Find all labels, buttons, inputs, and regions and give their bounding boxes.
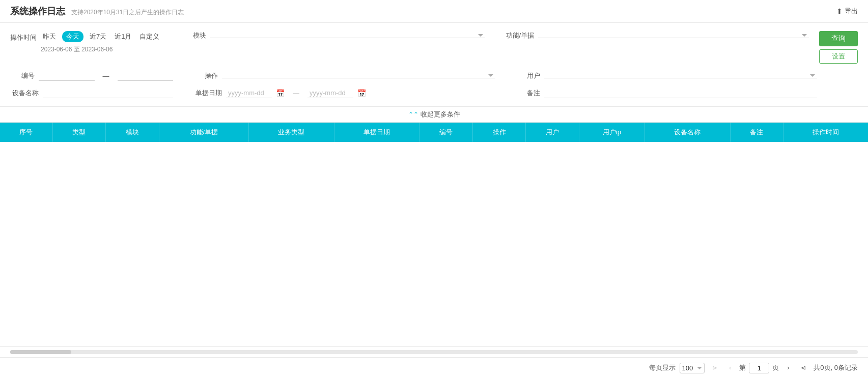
page-label: 第: [739, 363, 746, 372]
col-user: 用户: [526, 123, 579, 142]
page-next-button[interactable]: ›: [782, 362, 794, 374]
module-select[interactable]: [210, 33, 485, 38]
code-from-input[interactable]: [39, 71, 95, 81]
col-voucher-date: 单据日期: [334, 123, 419, 142]
empty-area: [0, 142, 868, 335]
collapse-bar[interactable]: ⌃⌃ 收起更多条件: [0, 107, 868, 123]
code-label: 编号: [10, 71, 35, 80]
calendar-to-icon[interactable]: 📅: [357, 89, 366, 97]
page-last-button[interactable]: ⊲: [797, 362, 809, 374]
time-option-today[interactable]: 今天: [62, 31, 83, 42]
operation-label: 操作: [193, 71, 218, 80]
time-label: 操作时间: [10, 33, 37, 42]
code-to-input[interactable]: [118, 71, 174, 81]
export-button[interactable]: ⬆ 导出: [836, 7, 858, 16]
function-chevron-icon: [802, 34, 807, 37]
page-prev-button[interactable]: ‹: [724, 362, 736, 374]
function-label: 功能/单据: [506, 31, 534, 40]
per-page-label: 每页显示: [649, 363, 676, 372]
calendar-from-icon[interactable]: 📅: [276, 89, 285, 97]
operation-chevron-icon: [488, 74, 493, 77]
col-operation: 操作: [472, 123, 525, 142]
user-chevron-icon: [810, 74, 815, 77]
operation-select[interactable]: [222, 73, 495, 78]
device-input[interactable]: [43, 88, 173, 98]
page-number-input[interactable]: 1: [749, 363, 769, 373]
col-device: 设备名称: [645, 123, 730, 142]
page-unit: 页: [772, 363, 779, 372]
export-icon: ⬆: [836, 7, 843, 15]
col-code: 编号: [419, 123, 472, 142]
per-page-select[interactable]: 100: [680, 363, 705, 373]
user-select[interactable]: [544, 73, 818, 78]
table-header-row: 序号 类型 模块 功能/单据 业务类型 单据日期 编号 操作 用户 用户ip 设…: [0, 123, 868, 142]
module-label: 模块: [182, 31, 206, 40]
col-op-time: 操作时间: [783, 123, 868, 142]
col-module: 模块: [106, 123, 159, 142]
col-user-ip: 用户ip: [579, 123, 645, 142]
col-remark: 备注: [730, 123, 783, 142]
user-label: 用户: [516, 71, 540, 80]
col-biz-type: 业务类型: [249, 123, 334, 142]
page-subtitle: 支持2020年10月31日之后产生的操作日志: [71, 8, 184, 17]
date-to-input[interactable]: [307, 88, 353, 98]
pagination-bar: 每页显示 100 ⊳ ‹ 第 1 页 › ⊲ 共0页, 0条记录: [0, 357, 868, 378]
scrollbar-thumb[interactable]: [10, 350, 71, 354]
col-function: 功能/单据: [159, 123, 248, 142]
device-label: 设备名称: [10, 89, 39, 98]
time-option-7days[interactable]: 近7天: [88, 31, 108, 42]
function-select[interactable]: [538, 33, 809, 38]
time-option-custom[interactable]: 自定义: [137, 31, 161, 42]
export-label: 导出: [845, 7, 858, 16]
per-page-value: 100: [682, 364, 693, 372]
collapse-label: 收起更多条件: [421, 110, 460, 119]
page-first-button[interactable]: ⊳: [709, 362, 721, 374]
module-chevron-icon: [478, 34, 483, 37]
query-button[interactable]: 查询: [819, 31, 858, 46]
page-title: 系统操作日志: [10, 5, 65, 17]
table-wrapper: 序号 类型 模块 功能/单据 业务类型 单据日期 编号 操作 用户 用户ip 设…: [0, 123, 868, 346]
code-separator: —: [103, 72, 109, 80]
date-from-input[interactable]: [226, 88, 272, 98]
total-text: 共0页, 0条记录: [814, 363, 858, 372]
remark-label: 备注: [516, 89, 540, 98]
per-page-chevron-icon: [697, 367, 702, 369]
time-option-yesterday[interactable]: 昨天: [41, 31, 58, 42]
voucher-date-label: 单据日期: [193, 89, 222, 98]
date-range-text: 2023-06-06 至 2023-06-06: [41, 45, 161, 54]
collapse-arrow-icon: ⌃⌃: [408, 111, 418, 118]
pagination-controls: ⊳ ‹ 第 1 页 › ⊲: [709, 362, 809, 374]
time-option-1month[interactable]: 近1月: [113, 31, 133, 42]
scrollbar-area[interactable]: [0, 346, 868, 357]
col-type: 类型: [52, 123, 105, 142]
data-table: 序号 类型 模块 功能/单据 业务类型 单据日期 编号 操作 用户 用户ip 设…: [0, 123, 868, 142]
settings-button[interactable]: 设置: [819, 49, 858, 64]
scrollbar-track[interactable]: [10, 350, 858, 354]
remark-input[interactable]: [544, 88, 818, 98]
col-seq: 序号: [0, 123, 52, 142]
